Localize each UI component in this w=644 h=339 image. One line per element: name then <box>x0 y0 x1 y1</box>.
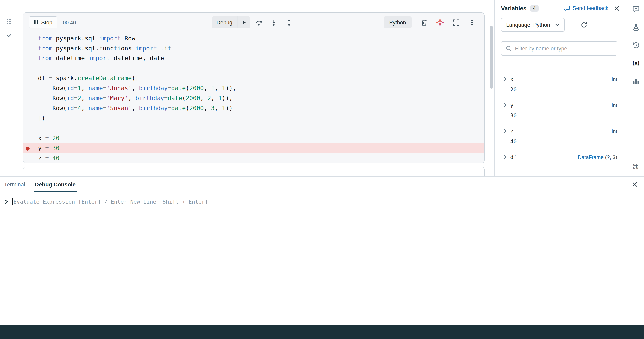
code-line[interactable]: from pyspark.sql.functions import lit <box>23 44 484 54</box>
breakpoint-gutter[interactable] <box>23 44 38 54</box>
chart-panel-icon[interactable] <box>630 76 641 87</box>
right-sidebar-rail: {x} ⌘ <box>628 0 644 176</box>
variable-type: int <box>612 102 617 108</box>
variable-block: xint20 <box>495 74 628 95</box>
variable-block: dfDataFrame (?, 3) <box>495 152 628 162</box>
stop-button-label: Stop <box>41 19 52 25</box>
notebook-cell: Stop 00:40 Debug <box>23 12 485 163</box>
breakpoint-gutter[interactable] <box>23 84 38 94</box>
code-line[interactable]: from pyspark.sql import Row <box>23 34 484 44</box>
breakpoint-gutter[interactable] <box>23 54 38 64</box>
step-out-button[interactable] <box>282 16 296 28</box>
code-line[interactable] <box>23 124 484 133</box>
play-icon[interactable] <box>238 20 250 25</box>
breakpoint-gutter[interactable] <box>23 114 38 124</box>
variables-panel-header: Variables 4 Send feedback <box>495 0 628 16</box>
variable-explorer-icon[interactable]: {x} <box>630 58 641 68</box>
variables-list: xint20yint30zint40dfDataFrame (?, 3) <box>495 60 628 162</box>
bottom-console-panel: Terminal Debug Console Evaluate Expressi… <box>0 176 644 325</box>
assistant-chat-icon[interactable] <box>630 4 641 14</box>
console-close-button[interactable] <box>632 182 638 187</box>
send-feedback-label: Send feedback <box>572 5 608 11</box>
code-line[interactable]: from datetime import datetime, date <box>23 54 484 64</box>
step-over-button[interactable] <box>252 16 266 28</box>
command-palette-icon[interactable]: ⌘ <box>630 161 641 172</box>
cell-menu-button[interactable] <box>465 16 479 28</box>
code-lines: from pyspark.sql import Rowfrom pyspark.… <box>23 34 484 163</box>
breakpoint-gutter[interactable] <box>23 133 38 143</box>
delete-cell-button[interactable] <box>417 16 431 28</box>
breakpoint-gutter[interactable] <box>23 94 38 104</box>
variable-type: int <box>612 76 617 82</box>
breakpoint-gutter[interactable] <box>23 64 38 74</box>
code-line[interactable]: y = 30 <box>23 143 484 153</box>
code-editor[interactable]: from pyspark.sql import Rowfrom pyspark.… <box>23 32 484 163</box>
variable-type[interactable]: DataFrame (?, 3) <box>578 154 617 160</box>
notebook-scrollbar-thumb[interactable] <box>490 26 493 89</box>
next-cell-stub[interactable] <box>23 166 485 176</box>
variable-row[interactable]: dfDataFrame (?, 3) <box>495 152 628 162</box>
send-feedback-link[interactable]: Send feedback <box>563 5 608 12</box>
cell-collapse-chevron-icon[interactable] <box>6 32 12 39</box>
chevron-right-icon <box>503 102 508 108</box>
databricks-debug-screen: Stop 00:40 Debug <box>0 0 644 339</box>
tab-terminal[interactable]: Terminal <box>3 177 26 192</box>
debug-split-button[interactable]: Debug <box>212 16 250 28</box>
debug-console-input[interactable]: Evaluate Expression [Enter] / Enter New … <box>0 196 644 207</box>
step-into-button[interactable] <box>267 16 281 28</box>
code-line-text: y = 30 <box>38 143 60 153</box>
variable-row[interactable]: xint <box>495 74 628 84</box>
breakpoint-gutter[interactable] <box>23 124 38 133</box>
close-icon <box>632 182 638 187</box>
breakpoint-gutter[interactable] <box>23 34 38 44</box>
variable-block: yint30 <box>495 100 628 120</box>
assistant-sparkle-icon <box>436 18 444 26</box>
step-into-icon <box>270 19 277 26</box>
prompt-chevron-icon <box>4 199 9 204</box>
variable-value: 20 <box>495 84 628 95</box>
console-input-placeholder: Evaluate Expression [Enter] / Enter New … <box>14 198 208 205</box>
variable-type: int <box>612 128 617 134</box>
console-tabs: Terminal Debug Console <box>0 177 644 192</box>
breakpoint-dot[interactable] <box>23 143 38 153</box>
cell-toolbar: Stop 00:40 Debug <box>23 13 484 32</box>
step-out-icon <box>286 19 292 26</box>
code-line-text: z = 40 <box>38 153 60 163</box>
code-line[interactable]: ]) <box>23 114 484 124</box>
notebook-area: Stop 00:40 Debug <box>0 0 494 176</box>
variable-row[interactable]: zint <box>495 126 628 136</box>
variable-row[interactable]: yint <box>495 100 628 110</box>
code-line[interactable]: Row(id=4, name='Susan', birthday=date(20… <box>23 104 484 114</box>
cell-language-button[interactable]: Python <box>384 16 412 28</box>
tab-debug-console[interactable]: Debug Console <box>34 177 76 192</box>
search-icon <box>506 45 512 52</box>
variable-value: 30 <box>495 110 628 120</box>
code-line[interactable]: Row(id=1, name='Jonas', birthday=date(20… <box>23 84 484 94</box>
code-line[interactable]: z = 40 <box>23 153 484 163</box>
breakpoint-gutter[interactable] <box>23 74 38 84</box>
code-line[interactable] <box>23 64 484 74</box>
code-line[interactable]: Row(id=2, name='Mary', birthday=date(200… <box>23 94 484 104</box>
code-line[interactable]: x = 20 <box>23 133 484 143</box>
code-line[interactable]: df = spark.createDataFrame([ <box>23 74 484 84</box>
variables-count-badge: 4 <box>530 5 538 12</box>
stop-button[interactable]: Stop <box>29 16 58 28</box>
experiments-flask-icon[interactable] <box>630 22 641 32</box>
chevron-right-icon <box>503 128 508 133</box>
cell-actions: Python <box>384 16 479 28</box>
history-clock-icon[interactable] <box>630 40 641 50</box>
trash-icon <box>420 19 428 26</box>
refresh-variables-button[interactable] <box>580 21 587 28</box>
assistant-sparkle-button[interactable] <box>433 16 447 28</box>
cell-drag-handle-icon[interactable] <box>5 18 12 25</box>
variables-panel-close-button[interactable] <box>614 6 620 11</box>
variables-filter-box <box>501 41 617 56</box>
expand-cell-button[interactable] <box>449 16 463 28</box>
language-dropdown[interactable]: Language: Python <box>501 18 564 32</box>
code-line-text: from pyspark.sql.functions import lit <box>38 44 171 54</box>
breakpoint-gutter[interactable] <box>23 153 38 163</box>
breakpoint-gutter[interactable] <box>23 104 38 114</box>
variable-block: zint40 <box>495 126 628 146</box>
variables-filter-input[interactable] <box>515 45 613 51</box>
pause-icon <box>34 20 38 25</box>
